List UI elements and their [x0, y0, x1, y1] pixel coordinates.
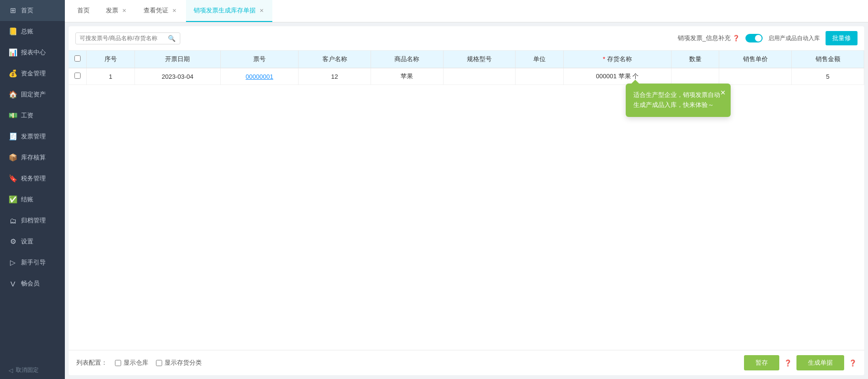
toolbar-right: 销项发票_信息补充 ❓ 启用产成品自动入库 批量修 — [678, 31, 858, 45]
config-label: 列表配置： — [76, 358, 107, 367]
row-open-date: 2023-03-04 — [134, 68, 220, 85]
tooltip-text: 适合生产型企业，销项发票自动生成产成品入库，快来体验～ — [633, 91, 720, 108]
col-spec: 规格型号 — [443, 51, 516, 68]
sidebar-item-invoice[interactable]: 🧾 发票管理 — [0, 126, 65, 147]
sidebar-item-close[interactable]: ✅ 结账 — [0, 189, 65, 210]
archive-icon: 🗂 — [9, 217, 17, 225]
tooltip-popup: ✕ 适合生产型企业，销项发票自动生成产成品入库，快来体验～ — [626, 84, 731, 117]
toggle-label: 启用产成品自动入库 — [768, 34, 820, 42]
content-area: 🔍 销项发票_信息补充 ❓ 启用产成品自动入库 批量修 — [69, 26, 864, 375]
col-quantity: 数量 — [671, 51, 719, 68]
col-customer: 客户名称 — [299, 51, 371, 68]
tab-home[interactable]: 首页 — [70, 0, 97, 22]
sidebar-item-inventory[interactable]: 📦 库存核算 — [0, 147, 65, 168]
search-box[interactable]: 🔍 — [75, 32, 180, 44]
ledger-icon: 📒 — [9, 27, 17, 36]
table-header-row: 序号 开票日期 票号 客户名称 商品名称 规格型号 单位 存货名称 数量 销售单… — [69, 51, 864, 68]
show-category-checkbox[interactable] — [156, 360, 162, 366]
close-accounts-icon: ✅ — [9, 195, 17, 204]
info-help-icon[interactable]: ❓ — [733, 35, 740, 42]
table-body: 1 2023-03-04 00000001 12 苹果 000001 苹果 个 … — [69, 68, 864, 85]
tab-active-close[interactable]: ✕ — [258, 7, 265, 14]
ticket-no-link[interactable]: 00000001 — [246, 73, 273, 80]
col-ticket-no: 票号 — [220, 51, 298, 68]
sidebar-item-fund[interactable]: 💰 资金管理 — [0, 63, 65, 84]
tab-active[interactable]: 销项发票生成库存单据 ✕ — [186, 0, 272, 22]
tab-invoice-close[interactable]: ✕ — [121, 7, 127, 14]
header-checkbox-col — [69, 51, 87, 68]
generate-button[interactable]: 生成单据 — [796, 355, 844, 370]
col-unit: 单位 — [516, 51, 564, 68]
row-amount: 5 — [792, 68, 864, 85]
tab-bar: 首页 发票 ✕ 查看凭证 ✕ 销项发票生成库存单据 ✕ — [65, 0, 868, 22]
home-icon: ⊞ — [9, 6, 17, 15]
sidebar-item-payroll[interactable]: 💵 工资 — [0, 105, 65, 126]
inventory-icon: 📦 — [9, 153, 17, 162]
member-icon: V — [9, 280, 17, 288]
save-button[interactable]: 暂存 — [744, 355, 779, 370]
tooltip-close-button[interactable]: ✕ — [720, 87, 726, 98]
row-unit-price — [719, 68, 792, 85]
unpin-button[interactable]: ◁ 取消固定 — [0, 361, 65, 379]
sidebar-item-settings[interactable]: ⚙ 设置 — [0, 231, 65, 252]
select-all-checkbox[interactable] — [74, 55, 81, 62]
sidebar-item-tax[interactable]: 🔖 税务管理 — [0, 168, 65, 189]
show-warehouse-checkbox[interactable] — [115, 360, 121, 366]
row-inventory: 000001 苹果 个 — [563, 68, 671, 85]
sidebar: ⊞ 首页 📒 总账 📊 报表中心 💰 资金管理 🏠 固定资产 💵 工资 🧾 发票… — [0, 0, 65, 379]
tab-invoice[interactable]: 发票 ✕ — [98, 0, 135, 22]
row-customer: 12 — [299, 68, 371, 85]
generate-help-icon[interactable]: ❓ — [849, 359, 857, 367]
col-inventory: 存货名称 — [563, 51, 671, 68]
row-checkbox-cell — [69, 68, 87, 85]
tab-voucher[interactable]: 查看凭证 ✕ — [136, 0, 185, 22]
report-icon: 📊 — [9, 48, 17, 57]
main-area: 首页 发票 ✕ 查看凭证 ✕ 销项发票生成库存单据 ✕ 🔍 销项发票_信息补充 — [65, 0, 868, 379]
payroll-icon: 💵 — [9, 111, 17, 120]
row-seq: 1 — [87, 68, 135, 85]
row-quantity — [671, 68, 719, 85]
table-container: 序号 开票日期 票号 客户名称 商品名称 规格型号 单位 存货名称 数量 销售单… — [69, 51, 864, 350]
sidebar-item-home[interactable]: ⊞ 首页 — [0, 0, 65, 21]
col-unit-price: 销售单价 — [719, 51, 792, 68]
tax-icon: 🔖 — [9, 174, 17, 183]
row-product: 苹果 — [371, 68, 443, 85]
row-unit — [516, 68, 564, 85]
unpin-icon: ◁ — [9, 367, 13, 374]
col-seq: 序号 — [87, 51, 135, 68]
footer-buttons: 暂存 ❓ 生成单据 ❓ — [744, 355, 857, 370]
save-help-icon[interactable]: ❓ — [784, 359, 792, 367]
guide-icon: ▷ — [9, 258, 17, 267]
sidebar-item-guide[interactable]: ▷ 新手引导 — [0, 252, 65, 273]
auto-warehouse-toggle[interactable] — [745, 34, 763, 42]
search-icon[interactable]: 🔍 — [168, 35, 176, 42]
footer: 列表配置： 显示仓库 显示存货分类 暂存 ❓ 生成单据 ❓ — [69, 350, 864, 375]
show-category-checkbox-label[interactable]: 显示存货分类 — [156, 358, 202, 367]
asset-icon: 🏠 — [9, 90, 17, 99]
info-label: 销项发票_信息补充 ❓ — [678, 34, 740, 42]
col-product: 商品名称 — [371, 51, 443, 68]
sidebar-item-member[interactable]: V 畅会员 — [0, 273, 65, 294]
tab-voucher-close[interactable]: ✕ — [171, 7, 177, 14]
fund-icon: 💰 — [9, 69, 17, 78]
table-row: 1 2023-03-04 00000001 12 苹果 000001 苹果 个 … — [69, 68, 864, 85]
search-input[interactable] — [80, 35, 165, 42]
row-checkbox[interactable] — [74, 73, 81, 79]
row-ticket-no: 00000001 — [220, 68, 298, 85]
sidebar-item-ledger[interactable]: 📒 总账 — [0, 21, 65, 42]
sidebar-item-report[interactable]: 📊 报表中心 — [0, 42, 65, 63]
col-open-date: 开票日期 — [134, 51, 220, 68]
toolbar: 🔍 销项发票_信息补充 ❓ 启用产成品自动入库 批量修 — [69, 26, 864, 51]
sidebar-item-archive[interactable]: 🗂 归档管理 — [0, 210, 65, 231]
show-warehouse-checkbox-label[interactable]: 显示仓库 — [115, 358, 148, 367]
row-spec — [443, 68, 516, 85]
sidebar-item-asset[interactable]: 🏠 固定资产 — [0, 84, 65, 105]
invoice-icon: 🧾 — [9, 132, 17, 141]
col-amount: 销售金额 — [792, 51, 864, 68]
data-table: 序号 开票日期 票号 客户名称 商品名称 规格型号 单位 存货名称 数量 销售单… — [69, 51, 864, 85]
settings-icon: ⚙ — [9, 237, 17, 246]
batch-button[interactable]: 批量修 — [826, 31, 858, 45]
